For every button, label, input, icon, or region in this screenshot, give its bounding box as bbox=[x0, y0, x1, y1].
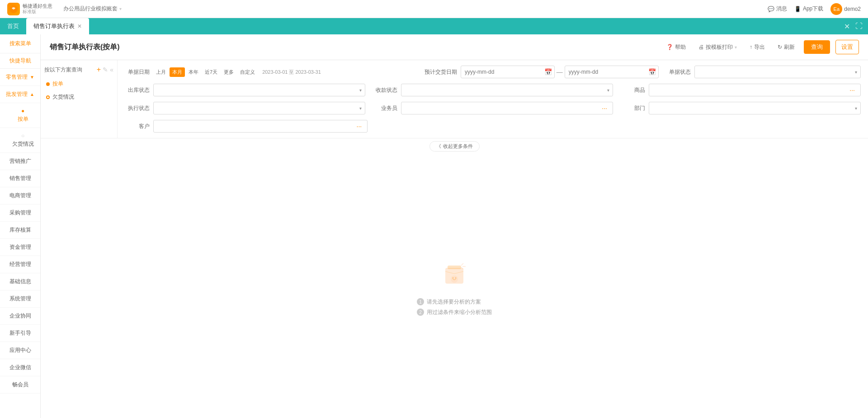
expected-delivery-to-input[interactable] bbox=[565, 66, 659, 78]
sidebar-item-enterprise[interactable]: 企业协同 bbox=[0, 308, 40, 325]
edit-scheme-btn[interactable]: ✎ bbox=[103, 66, 108, 73]
help-icon: ❓ bbox=[666, 44, 673, 50]
customer-field: 客户 ··· bbox=[125, 120, 368, 133]
salesperson-field: 业务员 ··· bbox=[373, 102, 613, 114]
sidebar-search-label[interactable]: 搜索菜单 bbox=[4, 38, 37, 49]
table-area: 1 请先选择要分析的方案 2 用过滤条件来缩小分析范围 bbox=[41, 154, 868, 418]
page-header: 销售订单执行表(按单) ❓ 帮助 🖨 按模板打印 ▾ ↑ 导出 bbox=[41, 34, 868, 60]
filter-panel: 按以下方案查询 + ✎ « 按单 欠货情况 bbox=[41, 60, 868, 138]
logo-text: 畅捷通好生意 标准版 bbox=[23, 3, 52, 14]
filter-row-1: 单据日期 上月 本月 本年 近7天 更多 自定义 2023-03-01 至 20… bbox=[125, 66, 861, 78]
date-range-display: 2023-03-01 至 2023-03-31 bbox=[262, 69, 321, 76]
salesperson-ellipsis-btn[interactable]: ··· bbox=[600, 104, 609, 112]
help-btn[interactable]: ❓ 帮助 bbox=[663, 42, 689, 53]
tab-home[interactable]: 首页 bbox=[0, 18, 26, 34]
goods-label: 商品 bbox=[620, 86, 645, 94]
exec-status-field: 执行状态 ▾ bbox=[125, 102, 365, 114]
query-btn[interactable]: 查询 bbox=[804, 40, 830, 54]
goods-input-area[interactable]: ··· bbox=[649, 84, 861, 96]
collapse-more-btn[interactable]: 《 收起更多条件 bbox=[429, 141, 480, 152]
date-tabs: 上月 本月 本年 近7天 更多 自定义 bbox=[153, 67, 258, 77]
expected-delivery-range: 📅 — 📅 bbox=[461, 66, 659, 78]
date-separator: — bbox=[557, 68, 563, 76]
export-btn[interactable]: ↑ 导出 bbox=[746, 42, 769, 53]
breadcrumb: 办公用品行业模拟账套 ▾ bbox=[63, 5, 122, 13]
customer-input-area[interactable]: ··· bbox=[153, 120, 368, 133]
expected-delivery-from-input[interactable] bbox=[461, 66, 555, 78]
department-label: 部门 bbox=[620, 104, 645, 112]
salesperson-input-area[interactable]: ··· bbox=[401, 102, 613, 114]
empty-tip-2: 2 用过滤条件来缩小分析范围 bbox=[417, 309, 492, 316]
empty-state: 1 请先选择要分析的方案 2 用过滤条件来缩小分析范围 bbox=[417, 256, 492, 316]
expected-delivery-from: 📅 bbox=[461, 66, 555, 78]
tab-sales-order[interactable]: 销售订单执行表 ✕ bbox=[26, 18, 89, 34]
filter-scheme-debt[interactable]: 欠货情况 bbox=[44, 90, 113, 104]
out-status-field: 出库状态 ▾ bbox=[125, 84, 365, 96]
sidebar-search-area: 搜索菜单 bbox=[0, 34, 40, 53]
by-order-dot-icon: ● bbox=[21, 108, 24, 114]
sidebar-item-debt[interactable]: ○ 欠货情况 bbox=[0, 128, 40, 153]
add-scheme-btn[interactable]: + bbox=[97, 66, 101, 74]
date-tab-7days[interactable]: 近7天 bbox=[202, 67, 220, 77]
collapse-scheme-btn[interactable]: « bbox=[110, 66, 113, 73]
nav-tabs-bar: 首页 销售订单执行表 ✕ ✕ ⛶ bbox=[0, 18, 868, 34]
order-status-select[interactable] bbox=[694, 66, 861, 78]
settings-btn[interactable]: 设置 bbox=[835, 40, 859, 54]
fullscreen-icon[interactable]: ⛶ bbox=[854, 20, 864, 32]
refresh-btn[interactable]: ↻ 刷新 bbox=[774, 42, 798, 53]
sidebar-item-inventory[interactable]: 库存核算 bbox=[0, 222, 40, 239]
customer-ellipsis-btn[interactable]: ··· bbox=[355, 123, 364, 130]
exec-status-select-wrapper: ▾ bbox=[153, 102, 365, 114]
date-tab-more[interactable]: 更多 bbox=[221, 67, 236, 77]
print-dropdown-icon[interactable]: ▾ bbox=[735, 45, 737, 50]
sidebar-item-purchase[interactable]: 采购管理 bbox=[0, 204, 40, 222]
filter-row-4: 客户 ··· bbox=[125, 120, 861, 133]
date-tab-this-year[interactable]: 本年 bbox=[186, 67, 201, 77]
message-icon: 💬 bbox=[768, 6, 774, 12]
user-profile[interactable]: Ea demo2 bbox=[830, 3, 861, 15]
payment-status-select[interactable] bbox=[401, 84, 613, 96]
sidebar-item-wholesale[interactable]: 批发管理 ▲ bbox=[0, 86, 40, 103]
date-tab-last-month[interactable]: 上月 bbox=[153, 67, 169, 77]
page-actions: ❓ 帮助 🖨 按模板打印 ▾ ↑ 导出 ↻ 刷新 bbox=[663, 40, 859, 54]
sidebar-item-sales-mgmt[interactable]: 销售管理 bbox=[0, 170, 40, 187]
sidebar-item-app-center[interactable]: 应用中心 bbox=[0, 342, 40, 359]
svg-rect-2 bbox=[448, 266, 461, 269]
customer-label: 客户 bbox=[125, 123, 150, 130]
sidebar-item-by-order[interactable]: ● 按单 bbox=[0, 103, 40, 128]
avatar: Ea bbox=[830, 3, 842, 15]
department-select[interactable] bbox=[649, 102, 861, 114]
sidebar-item-retail[interactable]: 零售管理 ▼ bbox=[0, 69, 40, 86]
out-status-label: 出库状态 bbox=[125, 86, 150, 94]
page-title-row: 销售订单执行表(按单) ❓ 帮助 🖨 按模板打印 ▾ ↑ 导出 bbox=[50, 40, 859, 54]
sidebar-item-newbie[interactable]: 新手引导 bbox=[0, 325, 40, 342]
out-status-select[interactable] bbox=[153, 84, 365, 96]
nav-tabs-right: ✕ ⛶ bbox=[842, 20, 868, 33]
sidebar-item-marketing[interactable]: 营销推广 bbox=[0, 153, 40, 170]
date-tab-custom[interactable]: 自定义 bbox=[237, 67, 258, 77]
sidebar-item-ecommerce[interactable]: 电商管理 bbox=[0, 187, 40, 204]
sidebar-item-vip[interactable]: 畅会员 bbox=[0, 376, 40, 394]
exec-status-label: 执行状态 bbox=[125, 104, 150, 112]
filter-scheme-by-order[interactable]: 按单 bbox=[44, 77, 113, 90]
sidebar-item-basic-info[interactable]: 基础信息 bbox=[0, 273, 40, 290]
sidebar-item-operations[interactable]: 经营管理 bbox=[0, 256, 40, 273]
payment-status-label: 收款状态 bbox=[373, 86, 397, 94]
tab-close-icon[interactable]: ✕ bbox=[77, 24, 82, 29]
goods-ellipsis-btn[interactable]: ··· bbox=[848, 86, 857, 94]
sidebar-item-corp-wechat[interactable]: 企业微信 bbox=[0, 359, 40, 376]
sidebar-item-finance[interactable]: 资金管理 bbox=[0, 239, 40, 256]
logo-icon bbox=[7, 3, 20, 15]
close-window-icon[interactable]: ✕ bbox=[842, 20, 852, 33]
date-tab-this-month[interactable]: 本月 bbox=[170, 67, 185, 77]
breadcrumb-dropdown-icon[interactable]: ▾ bbox=[119, 6, 122, 11]
message-btn[interactable]: 💬 消息 bbox=[768, 5, 787, 13]
app-download-btn[interactable]: 📱 App下载 bbox=[794, 5, 823, 13]
print-btn[interactable]: 🖨 按模板打印 ▾ bbox=[695, 42, 741, 53]
empty-tip-1: 1 请先选择要分析的方案 bbox=[417, 298, 492, 306]
sidebar-item-system[interactable]: 系统管理 bbox=[0, 290, 40, 308]
exec-status-select[interactable] bbox=[153, 102, 365, 114]
department-select-wrapper: ▾ bbox=[649, 102, 861, 114]
sidebar-item-quick-nav[interactable]: 快捷导航 bbox=[0, 53, 40, 69]
app-download-icon: 📱 bbox=[794, 6, 801, 12]
